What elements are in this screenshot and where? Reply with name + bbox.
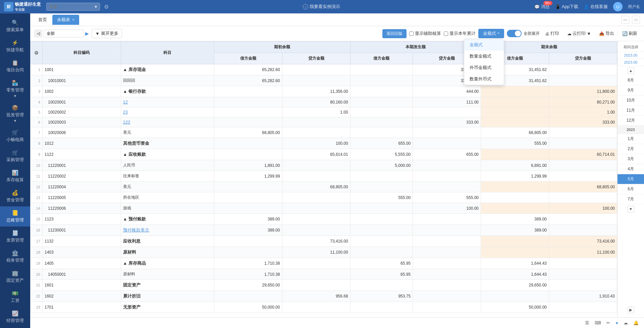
expand-more-btn[interactable]: ▼ 展开更多 (92, 29, 122, 38)
user-name[interactable]: 用户名 (628, 4, 640, 10)
sidebar-item-assets[interactable]: 🏢 固定资产 (0, 267, 30, 287)
sidebar-item-project[interactable]: 📋 项目合同 (0, 56, 30, 76)
mode-btn[interactable]: 金额式 ^ (478, 29, 504, 38)
period-activity-header: 本期发生额 (350, 42, 481, 53)
closing-debit-10: 1,299.99 (481, 171, 549, 182)
ecommerce-icon: 🛒 (12, 129, 18, 136)
minimize-btn[interactable]: — (621, 16, 629, 24)
sidebar-item-wholesale[interactable]: 📦 批发管理 ▼ (0, 101, 30, 126)
status-cloud[interactable]: ☁ (624, 320, 628, 325)
settings-icon[interactable]: ⚙ (104, 4, 109, 10)
sidebar-item-inventory[interactable]: 📊 库存核算 (0, 166, 30, 186)
mode-option-foreign-amount[interactable]: 外币金额式 (464, 62, 504, 73)
month-feb-2023[interactable]: 2月 (618, 144, 644, 154)
auxiliary-check[interactable] (409, 31, 414, 36)
mode-option-quantity-foreign[interactable]: 数量外币式 (464, 73, 504, 85)
panel-collapse-btn[interactable]: ▶ (618, 304, 644, 316)
expand-all-switch[interactable] (507, 30, 522, 37)
month-jul-2023[interactable]: 7月 (618, 194, 644, 204)
mode-option-jine[interactable]: 金额式 (464, 39, 504, 51)
expand-all-toggle: 全部展开 (507, 30, 540, 37)
show-ytd-checkbox[interactable]: 显示本年累计 (444, 30, 476, 37)
search-icon: 🔍 (12, 19, 18, 26)
account-name-15[interactable]: 预付账款美元 (121, 225, 214, 236)
topbar-search-input[interactable] (46, 3, 100, 11)
message-btn[interactable]: 💬 消息 99+ (534, 4, 550, 10)
tab-home[interactable]: 首页 (34, 15, 51, 25)
account-name-22[interactable]: 无形资产 (121, 302, 214, 313)
tab-close-btn[interactable]: × (72, 17, 74, 22)
month-sep-2022[interactable]: 9月 (618, 85, 644, 95)
opening-credit-1 (282, 75, 350, 86)
status-lang[interactable]: 英 (585, 320, 589, 326)
opening-debit-18: 1,710.38 (214, 258, 282, 269)
search-dropdown-icon[interactable]: ▼ (94, 4, 98, 9)
sidebar-item-retail[interactable]: 🏪 零售管理 ▼ (0, 76, 30, 101)
sidebar-item-search[interactable]: 🔍 搜索菜单 (0, 16, 30, 36)
period-credit-12: 555.00 (413, 192, 481, 203)
mode-option-quantity-amount[interactable]: 数量金额式 (464, 51, 504, 62)
sidebar-item-retail-label: 零售管理 (6, 87, 24, 93)
sidebar-item-salary[interactable]: 💵 工资 (0, 287, 30, 307)
account-name-17[interactable]: 原材料 (121, 247, 214, 258)
app-download-btn[interactable]: 📱 App下载 (555, 4, 578, 10)
sidebar-item-ledger[interactable]: 📒 总账管理 (0, 206, 30, 226)
row-num-11: 12 (31, 182, 43, 192)
online-service-btn[interactable]: 👤 在线客服 (584, 4, 608, 10)
status-keyboard[interactable]: ⌨ (595, 320, 601, 325)
account-name-4[interactable]: 23 (121, 107, 214, 117)
period-debit-15 (350, 225, 413, 236)
account-name-5[interactable]: 122 (121, 117, 214, 127)
sidebar-item-invoice[interactable]: 🧾 发票管理 (0, 226, 30, 247)
month-mar-2023[interactable]: 3月 (618, 154, 644, 164)
status-dot[interactable]: ● (615, 320, 618, 325)
sidebar-item-ecommerce[interactable]: 🛒 小畅电商 (0, 126, 30, 146)
month-may-2023[interactable]: 5月 (618, 174, 644, 184)
demo-link[interactable]: ○ 我要看实例演示 (303, 4, 340, 10)
closing-debit-20: 29,650.00 (481, 280, 549, 291)
print-btn[interactable]: 🖨 打印 (542, 29, 562, 38)
search-back-btn[interactable]: ◁ (34, 29, 42, 38)
month-jan-2023[interactable]: 1月 (618, 134, 644, 144)
account-name-3[interactable]: 12 (121, 97, 214, 107)
refresh-btn[interactable]: 🔄 刷新 (620, 29, 640, 38)
ytd-check[interactable] (444, 31, 448, 36)
status-edit[interactable]: ✏ (606, 320, 610, 325)
opening-debit-20: 29,650.00 (214, 280, 282, 291)
status-bell[interactable]: 🔔 (633, 320, 639, 325)
month-apr-2023[interactable]: 4月 (618, 164, 644, 174)
opening-debit-8 (214, 149, 282, 160)
opening-debit-3 (214, 97, 282, 107)
export-btn[interactable]: 📤 导出 (596, 29, 617, 38)
account-search-input[interactable] (44, 29, 84, 38)
sidebar-item-quicknav[interactable]: ⚡ 快捷导航 (0, 36, 30, 56)
account-name-20[interactable]: 固定资产 (121, 280, 214, 291)
opening-credit-15 (282, 225, 350, 236)
return-old-btn[interactable]: 退回旧版 (382, 29, 407, 38)
sidebar-item-finance[interactable]: 💰 资金管理 (0, 186, 30, 206)
account-name-16[interactable]: 应收利息 (121, 236, 214, 247)
account-name-7[interactable]: 其他货币资金 (121, 138, 214, 149)
collapse-icon[interactable]: ▶ (628, 307, 634, 313)
cloud-print-btn[interactable]: ☁ 云打印 ▼ (565, 29, 594, 38)
sidebar-item-management[interactable]: 📈 经营管理 (0, 307, 30, 327)
sidebar-item-purchase[interactable]: 🛒 采购管理 (0, 146, 30, 166)
account-name-8[interactable]: ▲ 应收账款 (121, 149, 214, 160)
search-arrow-icon[interactable]: ▶ (85, 31, 89, 36)
maximize-btn[interactable]: □ (632, 16, 640, 24)
month-jun-2023[interactable]: 6月 (618, 184, 644, 194)
month-aug-2022[interactable]: 8月 (618, 75, 644, 85)
month-dec-2022[interactable]: 12月 (618, 116, 644, 126)
sidebar-item-tax[interactable]: 🏦 税务管理 (0, 247, 30, 267)
date-nav-up-btn[interactable]: ▲ (628, 67, 634, 74)
month-oct-2022[interactable]: 10月 (618, 95, 644, 106)
tab-balance[interactable]: 余额表 × (52, 15, 79, 25)
account-code-11: 11220004 (43, 182, 121, 192)
month-nov-2022[interactable]: 11月 (618, 106, 644, 116)
user-avatar[interactable]: U (613, 2, 623, 11)
date-nav-down-btn[interactable]: ▼ (628, 206, 634, 212)
account-name-21[interactable]: 累计折旧 (121, 291, 214, 302)
period-credit-4 (413, 107, 481, 117)
table-settings-icon[interactable]: ⚙ (34, 50, 39, 56)
show-auxiliary-checkbox[interactable]: 显示辅助核算 (409, 30, 441, 37)
